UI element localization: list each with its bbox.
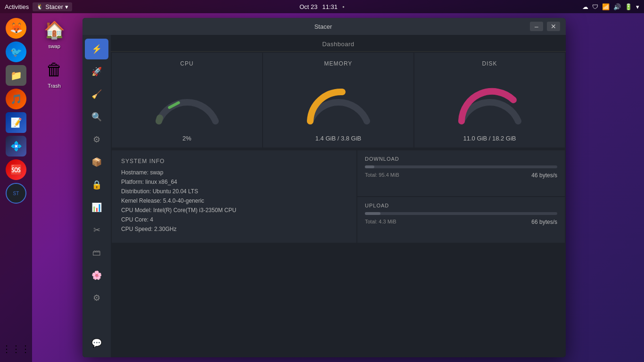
upload-total: Total: 4.3 MiB [365, 219, 396, 225]
sidebar-item-security[interactable]: 🔒 [85, 174, 108, 195]
desktop-icons: 🏠 swap 🗑 Trash [38, 19, 71, 89]
sidebar-item-apt[interactable]: 🗃 [85, 242, 108, 263]
app-indicator[interactable]: 🐧 Stacer ▾ [33, 2, 72, 11]
info-cpu-cores: CPU Core: 4 [121, 216, 347, 223]
upload-title: UPLOAD [365, 203, 557, 208]
topbar-right: ☁ 🛡 📶 🔊 🔋 ▾ [582, 3, 639, 10]
system-info-title: SYSTEM INFO [121, 158, 347, 165]
sidebar-item-resources[interactable]: 📊 [85, 197, 108, 218]
dock-writer[interactable]: 📝 [6, 112, 26, 133]
volume-icon: 🔊 [613, 3, 621, 10]
source-icon: 💠 [6, 136, 26, 156]
appgrid-icon: ⋮⋮⋮ [8, 340, 25, 357]
dashboard-header: Dashboard [111, 35, 566, 52]
upload-card: UPLOAD Total: 4.3 MiB 66 bytes/s [357, 197, 565, 243]
dock-lifebuoy[interactable]: 🆘 [6, 159, 26, 180]
dock-firefox[interactable]: 🦊 [6, 18, 26, 39]
battery-icon: 🔋 [625, 3, 632, 10]
writer-icon: 📝 [6, 112, 26, 133]
battery-arrow: ▾ [636, 3, 639, 10]
desktop-trash[interactable]: 🗑 Trash [38, 58, 71, 89]
thunderbird-icon: 🐦 [6, 41, 26, 62]
cpu-gauge-container [149, 72, 225, 128]
sidebar-item-startup[interactable]: 🚀 [85, 61, 108, 82]
download-progress-fill [365, 165, 374, 168]
upload-stats: Total: 4.3 MiB 66 bytes/s [365, 219, 557, 225]
sidebar-item-repair[interactable]: ✂ [85, 220, 108, 240]
window-titlebar: Stacer – ✕ [83, 18, 566, 35]
bottom-row: SYSTEM INFO Hostname: swap Platform: lin… [111, 149, 566, 244]
info-cpu-speed: CPU Speed: 2.30GHz [121, 226, 347, 232]
download-stats: Total: 95.4 MiB 46 bytes/s [365, 172, 557, 179]
dock-thunderbird[interactable]: 🐦 [6, 41, 26, 62]
app-indicator-name: Stacer [45, 3, 63, 10]
window-minimize-button[interactable]: – [530, 22, 543, 31]
files-icon: 📁 [6, 65, 26, 86]
memory-title: MEMORY [324, 60, 353, 67]
cloud-icon: ☁ [582, 3, 588, 10]
info-kernel: Kernel Release: 5.4.0-40-generic [121, 197, 347, 204]
download-card: DOWNLOAD Total: 95.4 MiB 46 bytes/s [357, 150, 565, 196]
window-content: ⚡ 🚀 🧹 🔍 ⚙ 📦 🔒 📊 ✂ 🗃 🌸 ⚙ 💬 Dashboard [83, 35, 566, 357]
dock-files[interactable]: 📁 [6, 65, 26, 86]
sidebar-item-dashboard[interactable]: ⚡ [85, 39, 108, 59]
memory-gauge-container [301, 72, 376, 128]
download-title: DOWNLOAD [365, 156, 557, 162]
disk-title: DISK [482, 60, 497, 67]
sidebar: ⚡ 🚀 🧹 🔍 ⚙ 📦 🔒 📊 ✂ 🗃 🌸 ⚙ 💬 [83, 35, 111, 357]
topbar-date: Oct 23 [299, 3, 317, 10]
cpu-value: 2% [182, 135, 191, 142]
sidebar-item-gnome[interactable]: 🌸 [85, 265, 108, 286]
firefox-icon: 🦊 [6, 18, 26, 39]
cpu-gauge-svg [149, 72, 225, 128]
dock-rhythmbox[interactable]: 🎵 [6, 89, 26, 109]
swap-icon: 🏠 [43, 19, 66, 41]
download-total: Total: 95.4 MiB [365, 172, 399, 179]
swap-label: swap [48, 43, 60, 49]
memory-value: 1.4 GiB / 3.8 GiB [315, 135, 362, 142]
shield-icon: 🛡 [592, 3, 598, 10]
upload-progress-bg [365, 212, 557, 215]
stacer-dock-icon: ST [6, 183, 26, 204]
dock-stacer[interactable]: ST [6, 183, 26, 204]
memory-gauge-svg [301, 72, 376, 128]
stacer-window: Stacer – ✕ ⚡ 🚀 🧹 🔍 ⚙ 📦 🔒 📊 ✂ 🗃 🌸 ⚙ 💬 [83, 18, 566, 357]
dock-source[interactable]: 💠 [6, 136, 26, 156]
info-distribution: Distribution: Ubuntu 20.04 LTS [121, 188, 347, 195]
cpu-card: CPU 2% [112, 53, 262, 148]
cpu-title: CPU [180, 60, 193, 67]
dock-appgrid[interactable]: ⋮⋮⋮ [8, 340, 25, 357]
window-close-button[interactable]: ✕ [547, 22, 560, 31]
sidebar-item-services[interactable]: ⚙ [85, 129, 108, 150]
trash-label: Trash [48, 83, 61, 89]
sidebar-item-search[interactable]: 🔍 [85, 107, 108, 127]
download-speed: 46 bytes/s [531, 172, 557, 179]
topbar: Activities 🐧 Stacer ▾ Oct 23 11:31 ● ☁ 🛡… [0, 0, 644, 13]
rhythmbox-icon: 🎵 [6, 89, 26, 109]
info-cpu-model: CPU Model: Intel(R) Core(TM) i3-2350M CP… [121, 207, 347, 214]
disk-card: DISK 11.0 GiB / 18.2 GiB [414, 53, 565, 148]
app-indicator-icon: 🐧 [36, 3, 43, 10]
dashboard-title: Dashboard [322, 41, 354, 48]
desktop-swap[interactable]: 🏠 swap [38, 19, 71, 49]
window-controls: – ✕ [530, 22, 560, 31]
topbar-left: Activities 🐧 Stacer ▾ [5, 2, 72, 11]
network-panel: DOWNLOAD Total: 95.4 MiB 46 bytes/s UPLO… [357, 150, 565, 243]
dock: 🦊 🐦 📁 🎵 📝 💠 🆘 ST ⋮⋮⋮ [0, 13, 32, 362]
topbar-time: 11:31 [322, 3, 338, 10]
upload-progress-fill [365, 212, 380, 215]
memory-card: MEMORY 1.4 GiB / 3.8 GiB [263, 53, 413, 148]
disk-gauge-svg [452, 72, 528, 128]
sidebar-item-settings[interactable]: ⚙ [85, 288, 108, 308]
lifebuoy-icon: 🆘 [6, 159, 26, 180]
topbar-dot: ● [342, 5, 345, 9]
gauge-row: CPU 2% MEMORY [111, 52, 566, 148]
app-indicator-arrow: ▾ [65, 3, 68, 10]
window-title: Stacer [116, 23, 530, 30]
sidebar-item-uninstaller[interactable]: 📦 [85, 152, 108, 173]
activities-button[interactable]: Activities [5, 3, 29, 10]
info-platform: Platform: linux x86_64 [121, 179, 347, 185]
sidebar-item-cleaner[interactable]: 🧹 [85, 84, 108, 105]
sidebar-item-feedback[interactable]: 💬 [85, 333, 108, 354]
main-area: Dashboard CPU [111, 35, 566, 357]
